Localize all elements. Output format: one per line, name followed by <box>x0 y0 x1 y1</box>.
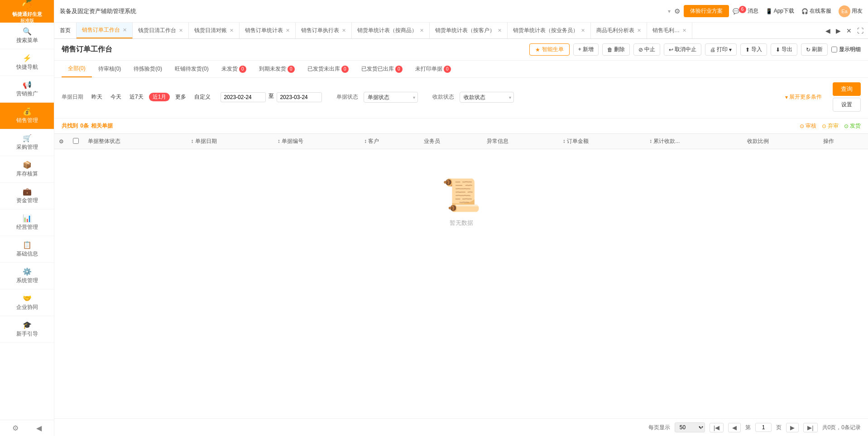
filter-settings-btn[interactable]: 设置 <box>833 98 861 112</box>
last-month-btn[interactable]: 近1月 <box>149 93 170 101</box>
sidebar-item-basic[interactable]: 📋 基础信息 <box>0 236 54 263</box>
col-settings[interactable]: ⚙ <box>54 134 68 149</box>
page-prev-btn[interactable]: ◀ <box>728 423 741 432</box>
tab-close-sales-exec[interactable]: ✕ <box>342 28 346 33</box>
page-first-btn[interactable]: |◀ <box>710 423 724 432</box>
col-number[interactable]: ↕ 单据编号 <box>273 134 360 149</box>
tab-close-sales-workbench[interactable]: ✕ <box>123 27 127 33</box>
col-amount[interactable]: ↕ 订单金额 <box>558 134 645 149</box>
tab-home[interactable]: 首页 <box>54 23 77 38</box>
add-btn[interactable]: + 新增 <box>573 43 599 56</box>
sidebar-item-collab[interactable]: 🤝 企业协同 <box>0 289 54 316</box>
tab-cash-daily[interactable]: 钱货日清工作台 ✕ <box>133 23 189 38</box>
smart-create-btn[interactable]: ★ 智能生单 <box>529 43 570 56</box>
sub-tab-expired-not-ship[interactable]: 到期未发货 0 <box>253 61 301 77</box>
tab-gross-margin[interactable]: 商品毛利分析表 ✕ <box>591 23 647 38</box>
show-detail-checkbox[interactable] <box>831 47 837 52</box>
sub-tab-not-printed[interactable]: 未打印单据 0 <box>409 61 457 77</box>
settings-icon[interactable]: ⚙ <box>674 7 680 15</box>
col-checkbox[interactable] <box>68 134 83 149</box>
tab-close-cash-daily[interactable]: ✕ <box>179 28 183 33</box>
page-last-btn[interactable]: ▶| <box>803 423 817 432</box>
tab-cash-reconcile[interactable]: 钱货日清对账 ✕ <box>189 23 240 38</box>
cancel-icon: ↩ <box>669 47 673 53</box>
tab-sales-workbench[interactable]: 销售订单工作台 ✕ <box>77 23 133 38</box>
dropdown-arrow-icon[interactable]: ▾ <box>668 8 671 14</box>
tab-scroll-left-btn[interactable]: ◀ <box>824 26 832 35</box>
app-download-btn[interactable]: 📱 App下载 <box>766 7 794 15</box>
import-btn[interactable]: ⬆ 导入 <box>740 43 767 56</box>
sub-tab-all[interactable]: 全部(0) <box>62 61 92 77</box>
select-all-checkbox[interactable] <box>73 138 79 144</box>
tab-sales-stat-product[interactable]: 销货单统计表（按商品） ✕ <box>352 23 430 38</box>
page-next-btn[interactable]: ▶ <box>786 423 799 432</box>
sidebar-item-system[interactable]: ⚙️ 系统管理 <box>0 263 54 289</box>
custom-date-btn[interactable]: 自定义 <box>192 92 213 102</box>
sub-tab-wangpu-ship[interactable]: 旺铺待发货(0) <box>168 61 215 77</box>
audit-btn[interactable]: ⊙ 审核 <box>800 122 816 130</box>
sidebar-item-guide[interactable]: 🎓 新手引导 <box>0 316 54 343</box>
today-btn[interactable]: 今天 <box>108 92 124 102</box>
query-btn[interactable]: 查询 <box>833 82 861 96</box>
expand-more-btn[interactable]: ▾ 展开更多条件 <box>785 93 822 101</box>
sidebar-item-inventory[interactable]: 📦 库存核算 <box>0 156 54 183</box>
col-staff[interactable]: 业务员 <box>419 134 482 149</box>
sidebar-item-marketing[interactable]: 📢 营销推广 <box>0 76 54 103</box>
date-start-input[interactable] <box>221 92 266 102</box>
tab-close-stat-staff[interactable]: ✕ <box>581 28 585 33</box>
sidebar-collapse-btn[interactable]: ◀ <box>36 424 42 432</box>
refresh-btn[interactable]: ↻ 刷新 <box>801 43 828 56</box>
tab-close-sales-more[interactable]: ✕ <box>682 28 686 33</box>
export-btn[interactable]: ⬇ 导出 <box>771 43 797 56</box>
sub-tab-pending-check[interactable]: 待拣验货(0) <box>127 61 168 77</box>
tab-sales-stat-customer[interactable]: 销货单统计表（按客户） ✕ <box>430 23 508 38</box>
page-number-input[interactable] <box>755 423 772 432</box>
sub-tab-shipped-not-out[interactable]: 已发货未出库 0 <box>301 61 355 77</box>
unaudit-btn[interactable]: ⊙ 弃审 <box>822 122 839 130</box>
print-btn[interactable]: 🖨 打印 ▾ <box>705 43 737 56</box>
online-service-btn[interactable]: 🎧 在线客服 <box>801 7 831 15</box>
yesterday-btn[interactable]: 昨天 <box>89 92 105 102</box>
tab-sales-more[interactable]: 销售毛利… ✕ <box>647 23 692 38</box>
stop-btn[interactable]: ⊘ 中止 <box>633 43 660 56</box>
tab-close-cash-reconcile[interactable]: ✕ <box>230 28 234 33</box>
sidebar-item-sales[interactable]: 💰 销售管理 <box>0 103 54 129</box>
tab-close-stat-customer[interactable]: ✕ <box>498 28 502 33</box>
date-end-input[interactable] <box>277 92 322 102</box>
last7-btn[interactable]: 近7天 <box>127 92 146 102</box>
col-customer[interactable]: ↕ 客户 <box>360 134 419 149</box>
payment-select[interactable]: 收款状态 <box>460 92 514 103</box>
show-detail-label[interactable]: 显示明细 <box>831 46 861 53</box>
col-collected[interactable]: ↕ 累计收款... <box>645 134 743 149</box>
notification-btn[interactable]: 💬 6 消息 <box>733 7 758 15</box>
cancel-stop-btn[interactable]: ↩ 取消中止 <box>664 43 701 56</box>
tab-sales-stat-staff[interactable]: 销货单统计表（按业务员） ✕ <box>508 23 591 38</box>
ship-btn[interactable]: ⊙ 发货 <box>844 122 861 130</box>
user-profile-btn[interactable]: Ea 用友 <box>839 5 863 17</box>
sidebar-item-ops[interactable]: 📊 经营管理 <box>0 209 54 236</box>
sidebar-item-purchase[interactable]: 🛒 采购管理 <box>0 129 54 156</box>
sidebar-settings-btn[interactable]: ⚙ <box>12 424 19 432</box>
tab-fullscreen-btn[interactable]: ⛶ <box>855 26 865 35</box>
tab-close-all-btn[interactable]: ✕ <box>844 26 854 35</box>
col-status[interactable]: 单据整体状态 <box>83 134 187 149</box>
tab-sales-exec[interactable]: 销售订单执行表 ✕ <box>296 23 352 38</box>
sidebar-item-quick-nav[interactable]: ⚡ 快捷导航 <box>0 49 54 76</box>
tab-close-stat-product[interactable]: ✕ <box>420 28 424 33</box>
per-page-select[interactable]: 50 100 200 <box>675 422 705 432</box>
industry-btn[interactable]: 体验行业方案 <box>684 5 729 17</box>
status-select[interactable]: 单据状态 <box>364 92 418 103</box>
sub-tab-shipped-out[interactable]: 已发货已出库 0 <box>355 61 409 77</box>
tab-close-sales-stat[interactable]: ✕ <box>286 28 290 33</box>
col-date[interactable]: ↕ 单据日期 <box>187 134 273 149</box>
sidebar-item-search[interactable]: 🔍 搜索菜单 <box>0 23 54 49</box>
tab-scroll-right-btn[interactable]: ▶ <box>834 26 843 35</box>
tab-close-gross-margin[interactable]: ✕ <box>637 28 641 33</box>
delete-btn[interactable]: 🗑 删除 <box>602 43 630 56</box>
col-abnormal[interactable]: 异常信息 <box>482 134 558 149</box>
tab-sales-stat[interactable]: 销售订单统计表 ✕ <box>240 23 296 38</box>
more-date-btn[interactable]: 更多 <box>173 92 189 102</box>
sub-tab-not-shipped[interactable]: 未发货 0 <box>215 61 253 77</box>
sub-tab-pending-audit[interactable]: 待审核(0) <box>92 61 128 77</box>
sidebar-item-finance[interactable]: 💼 资金管理 <box>0 183 54 209</box>
